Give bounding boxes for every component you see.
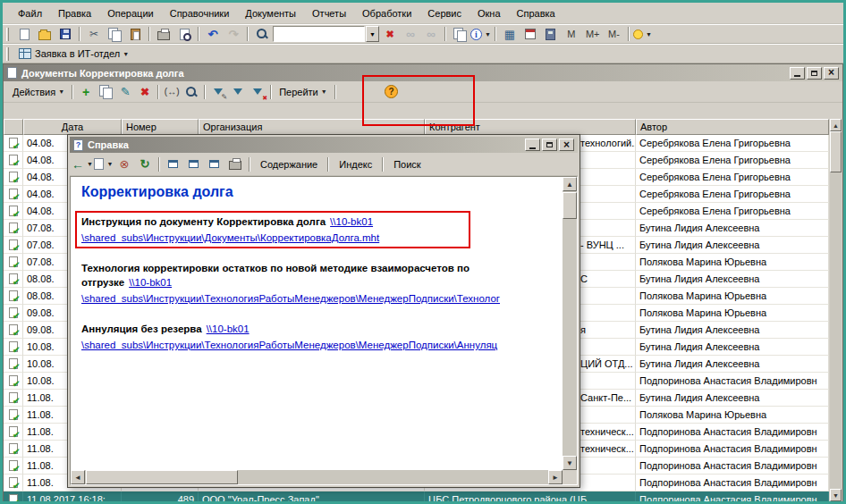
help-layout-button-1[interactable] (164, 155, 183, 173)
menu-item[interactable]: Файл (10, 4, 50, 22)
info-button[interactable]: i▼ (470, 25, 491, 43)
clipboard-button[interactable] (450, 25, 470, 43)
scrollbar-thumb[interactable] (563, 192, 577, 219)
minimize-button[interactable] (790, 67, 805, 80)
save-button[interactable] (55, 25, 75, 43)
calendar-button[interactable] (520, 25, 540, 43)
filter-by-value-button[interactable] (228, 83, 248, 101)
column-header-number[interactable]: Номер (122, 119, 199, 135)
restore-button[interactable] (807, 67, 822, 80)
column-header-organization[interactable]: Организация (199, 119, 425, 135)
new-document-button[interactable] (14, 25, 34, 43)
cut-button[interactable]: ✂ (84, 25, 104, 43)
posted-doc-cell: ✔ (4, 203, 23, 220)
posted-doc-cell: ✔ (4, 390, 23, 407)
help-maximize-button[interactable] (542, 139, 557, 151)
copy-row-button[interactable] (96, 83, 115, 101)
open-button[interactable] (35, 25, 55, 43)
scrollbar-thumb[interactable] (86, 470, 238, 484)
menu-item[interactable]: Справка (509, 4, 563, 22)
memory-plus-button[interactable]: М+ (582, 25, 604, 43)
scroll-left-button[interactable]: ◄ (71, 470, 85, 484)
help-index-button[interactable]: Индекс (333, 155, 378, 173)
help-search-button[interactable]: Поиск (387, 155, 427, 173)
help-refresh-button[interactable]: ↻ (135, 155, 155, 173)
close-button[interactable]: × (824, 67, 839, 80)
menu-item[interactable]: Справочники (162, 4, 238, 22)
help-horizontal-scrollbar[interactable]: ◄ ► (71, 470, 563, 484)
filter-sort-button[interactable] (208, 83, 228, 101)
selected-table-row[interactable]: ✔ 11.08.2017 16:18: 489 ООО "Урал-Пресс … (4, 491, 829, 501)
help-titlebar[interactable]: ? Справка × (70, 137, 578, 153)
table-scrollbar[interactable]: ▲ ▼ (830, 119, 842, 501)
memory-button[interactable]: М (562, 25, 581, 43)
edit-button[interactable]: ✎ (115, 83, 135, 101)
set-interval-button[interactable]: (↔) (162, 83, 182, 101)
help-layout-button-3[interactable] (205, 155, 224, 173)
menu-item[interactable]: Операции (99, 4, 161, 22)
scroll-up-button[interactable]: ▲ (563, 177, 577, 191)
cell-author: Бутина Лидия Алексеевна (636, 271, 829, 288)
find-previous-button[interactable]: ∞ (421, 25, 441, 43)
help-close-button[interactable]: × (559, 139, 574, 151)
menu-bar: Файл Правка Операции Справочники Докумен… (3, 3, 843, 24)
help-server-link[interactable]: \\10-bk01 (207, 323, 250, 334)
menu-item[interactable]: Правка (50, 4, 99, 22)
column-header-status[interactable] (4, 119, 23, 135)
help-view-button[interactable]: ▼ (94, 155, 114, 173)
column-header-date[interactable]: Дата (23, 119, 122, 135)
help-server-link[interactable]: \\10-bk01 (129, 277, 172, 288)
document-window-titlebar[interactable]: Документы Корректировка долга × (4, 64, 842, 81)
scroll-down-button[interactable]: ▼ (563, 456, 577, 470)
it-request-button[interactable]: Заявка в ИТ-отдел ▼ (14, 45, 133, 63)
help-print-button[interactable] (225, 155, 245, 173)
help-minimize-button[interactable] (525, 139, 540, 151)
clear-search-button[interactable]: ✖ (380, 25, 400, 43)
menu-item[interactable]: Документы (237, 4, 304, 22)
paste-button[interactable] (125, 25, 145, 43)
scroll-up-button[interactable]: ▲ (830, 119, 842, 131)
column-header-author[interactable]: Автор (636, 119, 829, 135)
help-contents-button[interactable]: Содержание (254, 155, 324, 173)
goto-menu-button[interactable]: Перейти ▼ (275, 83, 332, 101)
help-server-link[interactable]: \\10-bk01 (330, 216, 373, 227)
help-vertical-scrollbar[interactable]: ▲ ▼ (563, 177, 577, 470)
column-header-counterparty[interactable]: Контрагент (425, 119, 636, 135)
clear-filter-button[interactable] (248, 83, 267, 101)
help-path-link[interactable]: \shared_subs\Инструкции\ТехнологияРаботы… (81, 291, 533, 306)
help-button[interactable]: ? (382, 83, 402, 101)
find-button[interactable] (252, 25, 272, 43)
toolbar-grip[interactable] (6, 28, 9, 41)
find-next-button[interactable]: ∞ (401, 25, 420, 43)
delete-button[interactable]: ✖ (135, 83, 155, 101)
help-stop-button[interactable]: ⊗ (114, 155, 134, 173)
help-back-button[interactable]: ←▼ (72, 155, 93, 173)
scrollbar-thumb[interactable] (830, 131, 842, 172)
toolbar-grip[interactable] (6, 47, 9, 61)
help-path-link[interactable]: \shared_subs\Инструкции\ТехнологияРаботы… (81, 338, 533, 352)
toolbar-separator (72, 85, 73, 99)
menu-item[interactable]: Обработки (354, 4, 419, 22)
cell-author: Бутина Лидия Алексеевна (636, 237, 829, 254)
help-layout-button-2[interactable] (184, 155, 204, 173)
actions-menu-button[interactable]: Действия ▼ (8, 83, 69, 101)
scroll-right-button[interactable]: ► (548, 470, 563, 484)
print-preview-button[interactable] (174, 25, 194, 43)
help-path-link[interactable]: \shared_subs\Инструкции\Документы\Коррек… (81, 231, 533, 245)
add-button[interactable]: + (76, 83, 96, 101)
search-dropdown-button[interactable]: ▼ (366, 26, 379, 42)
menu-item[interactable]: Окна (470, 4, 509, 22)
search-input[interactable] (273, 26, 365, 42)
copy-button[interactable] (105, 25, 124, 43)
redo-button[interactable]: ↷ (224, 25, 243, 43)
calculator-button[interactable] (541, 25, 561, 43)
scroll-down-button[interactable]: ▼ (830, 489, 842, 501)
undo-button[interactable]: ↶ (203, 25, 223, 43)
print-button[interactable] (154, 25, 173, 43)
tip-of-day-button[interactable]: ▼ (633, 25, 653, 43)
menu-item[interactable]: Сервис (419, 4, 470, 22)
table-document-button[interactable]: ▦ (500, 25, 520, 43)
search-in-list-button[interactable] (182, 83, 201, 101)
memory-minus-button[interactable]: М- (605, 25, 624, 43)
menu-item[interactable]: Отчеты (304, 4, 354, 22)
